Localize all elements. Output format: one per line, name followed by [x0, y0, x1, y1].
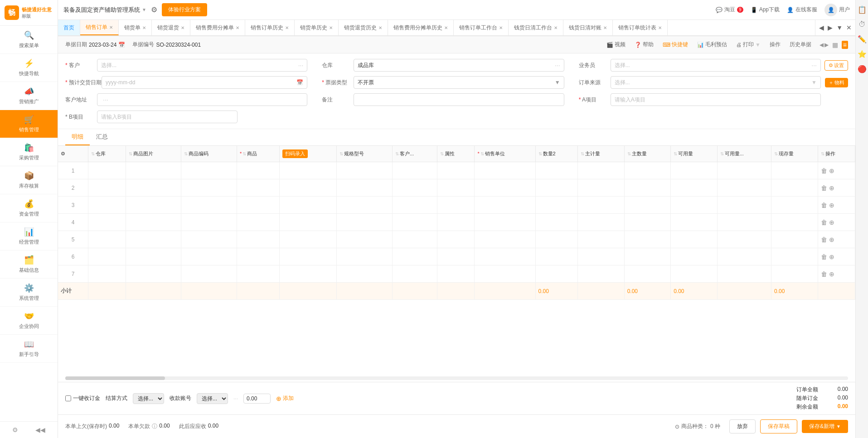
cell-available[interactable]: [671, 197, 718, 214]
cell-stock[interactable]: [771, 162, 818, 179]
cell-available[interactable]: [671, 162, 718, 179]
cell-stock[interactable]: [771, 179, 818, 197]
notes-input[interactable]: [354, 93, 564, 106]
view-btn[interactable]: 🎬 视频: [604, 40, 628, 49]
discard-button[interactable]: 放弃: [729, 419, 756, 433]
sidebar-item-系统管理[interactable]: ⚙️系统管理: [0, 279, 58, 307]
scroll-thumb[interactable]: [65, 376, 165, 380]
tab-12[interactable]: 销售订单统计表✕: [613, 20, 668, 35]
cell-available2[interactable]: [717, 162, 771, 179]
cell-stock[interactable]: [771, 265, 818, 283]
cell-product[interactable]: [237, 248, 280, 265]
cell-unit[interactable]: [475, 248, 535, 265]
collapse-icon[interactable]: ◀◀: [35, 426, 45, 433]
delete-row-icon[interactable]: 🗑: [821, 184, 827, 192]
tab-nav-menu[interactable]: ▼: [835, 24, 844, 31]
cell-unit[interactable]: [475, 214, 535, 231]
cell-image[interactable]: [126, 197, 181, 214]
cell-image[interactable]: [126, 248, 181, 265]
settings-icon[interactable]: ⚙: [12, 426, 18, 433]
cell-image[interactable]: [126, 179, 181, 197]
cell-scan[interactable]: [279, 248, 336, 265]
order-source-select[interactable]: 选择... ▼: [611, 76, 821, 89]
panel-icon-2[interactable]: ⏱: [857, 19, 868, 30]
cell-attr[interactable]: [437, 197, 475, 214]
sidebar-item-搜索菜单[interactable]: 🔍搜索菜单: [0, 26, 58, 54]
cell-image[interactable]: [126, 265, 181, 283]
cell-customer_code[interactable]: [392, 197, 437, 214]
invoice-dropdown-icon[interactable]: ▼: [555, 79, 560, 86]
cell-code[interactable]: [181, 265, 237, 283]
tab-10[interactable]: 钱货日清工作台✕: [509, 20, 563, 35]
tab-9[interactable]: 销售订单工作台✕: [454, 20, 509, 35]
cell-attr[interactable]: [437, 179, 475, 197]
delete-row-icon[interactable]: 🗑: [821, 202, 827, 209]
cell-main_unit[interactable]: [578, 179, 625, 197]
cell-unit[interactable]: [475, 162, 535, 179]
history-btn[interactable]: 历史单据: [787, 40, 814, 49]
tab-close-3[interactable]: ✕: [181, 25, 184, 30]
copy-row-icon[interactable]: ⊕: [829, 236, 834, 243]
cell-scan[interactable]: [279, 214, 336, 231]
amount-input[interactable]: [243, 394, 271, 404]
tab-close-12[interactable]: ✕: [658, 25, 662, 30]
tab-0[interactable]: 首页: [58, 20, 80, 35]
copy-row-icon[interactable]: ⊕: [829, 184, 834, 192]
cell-stock[interactable]: [771, 214, 818, 231]
cell-spec[interactable]: [337, 197, 393, 214]
scan-button[interactable]: 扫码录入: [282, 149, 308, 158]
cell-warehouse[interactable]: [88, 231, 126, 248]
cell-code[interactable]: [181, 179, 237, 197]
cell-code[interactable]: [181, 162, 237, 179]
order-source-dropdown-icon[interactable]: ▼: [811, 79, 817, 86]
industry-solution-button[interactable]: 体验行业方案: [162, 3, 207, 16]
cell-main_qty[interactable]: [624, 214, 671, 231]
tab-close-11[interactable]: ✕: [603, 25, 607, 30]
cell-qty2[interactable]: [535, 179, 578, 197]
account-select[interactable]: 选择...: [197, 393, 228, 404]
copy-row-icon[interactable]: ⊕: [829, 202, 834, 209]
cell-scan[interactable]: [279, 197, 336, 214]
sidebar-item-企业协同[interactable]: 🤝企业协同: [0, 307, 58, 335]
cell-warehouse[interactable]: [88, 248, 126, 265]
cell-product[interactable]: [237, 197, 280, 214]
cell-warehouse[interactable]: [88, 214, 126, 231]
cell-warehouse[interactable]: [88, 162, 126, 179]
cell-available[interactable]: [671, 265, 718, 283]
sidebar-item-新手引导[interactable]: 📖新手引导: [0, 335, 58, 363]
cell-available[interactable]: [671, 179, 718, 197]
cell-main_qty[interactable]: [624, 179, 671, 197]
copy-row-icon[interactable]: ⊕: [829, 167, 834, 174]
tab-3[interactable]: 销货退货✕: [152, 20, 190, 35]
tab-close-1[interactable]: ✕: [109, 25, 113, 30]
cell-main_qty[interactable]: [624, 231, 671, 248]
cell-main_unit[interactable]: [578, 265, 625, 283]
add-footer-button[interactable]: ⊕ 添加: [276, 395, 294, 402]
cell-qty2[interactable]: [535, 162, 578, 179]
sidebar-item-快捷导航[interactable]: ⚡快捷导航: [0, 54, 58, 82]
tab-close-5[interactable]: ✕: [285, 25, 289, 30]
tab-4[interactable]: 销售费用分摊单✕: [190, 20, 245, 35]
save-draft-button[interactable]: 保存草稿: [760, 419, 797, 433]
cell-code[interactable]: [181, 248, 237, 265]
cell-qty2[interactable]: [535, 214, 578, 231]
cell-qty2[interactable]: [535, 265, 578, 283]
cell-main_qty[interactable]: [624, 197, 671, 214]
cell-available2[interactable]: [717, 231, 771, 248]
salesperson-select[interactable]: 选择... ···: [611, 59, 821, 72]
copy-row-icon[interactable]: ⊕: [829, 270, 834, 278]
delete-row-icon[interactable]: 🗑: [821, 270, 827, 278]
scroll-area[interactable]: [58, 375, 855, 382]
customer-address-input[interactable]: ···: [97, 93, 307, 106]
print-dropdown-icon[interactable]: ▼: [755, 42, 761, 48]
save-new-button[interactable]: 保存&新增 ▼: [802, 420, 848, 433]
cell-customer_code[interactable]: [392, 162, 437, 179]
tab-close-8[interactable]: ✕: [444, 25, 448, 30]
user-avatar[interactable]: 👤 用户: [824, 4, 850, 16]
one-click-check[interactable]: [65, 395, 71, 401]
tab-close-9[interactable]: ✕: [499, 25, 503, 30]
cell-qty2[interactable]: [535, 197, 578, 214]
cell-spec[interactable]: [337, 179, 393, 197]
tab-8[interactable]: 销售费用分摊单历史✕: [388, 20, 454, 35]
cell-qty2[interactable]: [535, 248, 578, 265]
